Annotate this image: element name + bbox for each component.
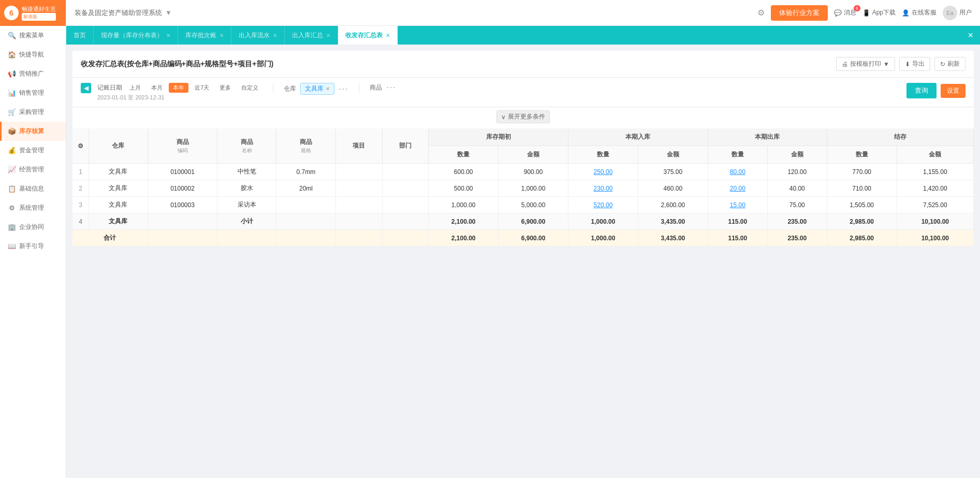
messages-button[interactable]: 💬 消息 6 (834, 8, 856, 17)
total-placeholder-5 (382, 230, 429, 247)
col-dept-header: 部门 (382, 128, 429, 164)
cell-num-2: 2 (72, 180, 89, 197)
tab-home[interactable]: 首页 (66, 26, 94, 45)
online-service-button[interactable]: 👤 在线客服 (902, 8, 937, 17)
sidebar-item-quick-nav[interactable]: 🏠快捷导航 (0, 45, 66, 64)
cell-goods-spec-2: 20ml (276, 180, 336, 197)
sidebar-item-basic-info[interactable]: 📋基础信息 (0, 179, 66, 198)
tab-flow[interactable]: 出入库流水✕ (231, 26, 285, 45)
cell-goods-code-1: 0100001 (148, 164, 217, 180)
inventory-icon: 📦 (8, 127, 16, 136)
tab-stock-dist[interactable]: 现存量（库存分布表）✕ (94, 26, 178, 45)
tab-close-recv-send[interactable]: ✕ (386, 33, 390, 38)
cell-in-qty-3[interactable]: 520.00 (568, 197, 638, 213)
cell-project-4 (335, 213, 382, 230)
sidebar: 6 畅捷通好生意 标准版 🔍搜索菜单🏠快捷导航📢营销推广📊销售管理🛒采购管理📦库… (0, 0, 66, 478)
cell-project-1 (335, 164, 382, 180)
cell-dept-1 (382, 164, 429, 180)
col-opening-qty-header: 数量 (429, 146, 499, 164)
cell-out-qty-2[interactable]: 20.00 (708, 180, 767, 197)
settings-button[interactable]: 设置 (941, 84, 966, 98)
total-in-qty: 1,000.00 (568, 230, 638, 247)
cell-opening-amt-3: 5,000.00 (499, 197, 568, 213)
sidebar-item-marketing[interactable]: 📢营销推广 (0, 64, 66, 83)
download-icon: 📱 (862, 9, 870, 17)
sidebar-item-purchase[interactable]: 🛒采购管理 (0, 103, 66, 122)
sidebar-item-search[interactable]: 🔍搜索菜单 (0, 26, 66, 45)
date-buttons: 上月本月本年近7天更多自定义 (125, 83, 262, 93)
tab-close-summary[interactable]: ✕ (326, 33, 330, 38)
cell-warehouse-3: 文具库 (89, 197, 148, 213)
cell-balance-qty-4: 2,985.00 (827, 213, 897, 230)
tab-summary[interactable]: 出入库汇总✕ (285, 26, 338, 45)
date-btn-自定义[interactable]: 自定义 (237, 83, 262, 93)
cell-opening-qty-4: 2,100.00 (429, 213, 499, 230)
page-title-bar: 收发存汇总表(按仓库+商品编码+商品+规格型号+项目+部门) 🖨 按模板打印 ▼… (72, 51, 974, 78)
col-settings-header[interactable]: ⚙ (72, 128, 89, 164)
cell-out-qty-3[interactable]: 15.00 (708, 197, 767, 213)
query-button[interactable]: 查询 (906, 83, 937, 98)
cell-balance-amt-1: 1,155.00 (897, 164, 973, 180)
expand-filter-button[interactable]: ∨ 展开更多条件 (496, 110, 550, 123)
cell-out-amt-1: 120.00 (767, 164, 827, 180)
goods-more-button[interactable]: ··· (386, 83, 396, 92)
tab-batch-account[interactable]: 库存批次账✕ (178, 26, 231, 45)
main-area: 装备及固定资产辅助管理系统 ▼ ⚙ 体验行业方案 💬 消息 6 📱 App下载 … (66, 0, 980, 478)
service-icon: 👤 (902, 9, 910, 17)
col-goods-code-header: 商品编码 (148, 128, 217, 164)
tab-close-flow[interactable]: ✕ (273, 33, 277, 38)
cell-dept-3 (382, 197, 429, 213)
cell-balance-amt-4: 10,100.00 (897, 213, 973, 230)
gear-icon[interactable]: ⚙ (757, 8, 765, 18)
expand-filter-row: ∨ 展开更多条件 (72, 107, 974, 128)
tab-recv-send[interactable]: 收发存汇总表✕ (338, 26, 398, 45)
system-icon: ⚙ (8, 204, 16, 212)
date-btn-近7天[interactable]: 近7天 (191, 83, 213, 93)
col-opening-amt-header: 金额 (499, 146, 568, 164)
sidebar-item-inventory[interactable]: 📦库存核算 (0, 122, 66, 141)
print-button[interactable]: 🖨 按模板打印 ▼ (836, 57, 895, 71)
date-btn-本月[interactable]: 本月 (147, 83, 167, 93)
sidebar-item-system[interactable]: ⚙系统管理 (0, 198, 66, 218)
marketing-icon: 📢 (8, 70, 16, 78)
total-opening-qty: 2,100.00 (429, 230, 499, 247)
tab-bar-close-button[interactable]: ✕ (961, 26, 980, 45)
tab-close-batch-account[interactable]: ✕ (220, 33, 224, 38)
sidebar-item-enterprise[interactable]: 🏢企业协同 (0, 218, 66, 237)
basic-info-icon: 📋 (8, 185, 16, 193)
sidebar-item-guide[interactable]: 📖新手引导 (0, 237, 66, 256)
sidebar-item-finance[interactable]: 💰资金管理 (0, 141, 66, 160)
cell-opening-amt-2: 1,000.00 (499, 180, 568, 197)
search-icon: 🔍 (8, 32, 16, 40)
date-btn-本年[interactable]: 本年 (169, 83, 188, 93)
export-button[interactable]: ⬇ 导出 (899, 57, 930, 71)
total-out-amt: 235.00 (767, 230, 827, 247)
chevron-down-icon: ▼ (883, 61, 889, 68)
warehouse-tag-close-icon[interactable]: ✕ (326, 86, 330, 92)
filter-collapse-button[interactable]: ◀ (81, 83, 91, 93)
app-download-button[interactable]: 📱 App下载 (862, 8, 896, 17)
cell-in-qty-2[interactable]: 230.00 (568, 180, 638, 197)
sidebar-item-sales[interactable]: 📊销售管理 (0, 83, 66, 103)
date-btn-更多[interactable]: 更多 (215, 83, 235, 93)
cell-goods-name-1: 中性笔 (217, 164, 276, 180)
sidebar-label-guide: 新手引导 (19, 242, 44, 251)
experience-button[interactable]: 体验行业方案 (771, 5, 828, 21)
refresh-button[interactable]: ↻ 刷新 (934, 57, 966, 71)
message-icon: 💬 (834, 9, 842, 17)
cell-goods-code-2: 0100002 (148, 180, 217, 197)
tab-close-stock-dist[interactable]: ✕ (166, 33, 170, 38)
sidebar-item-operation[interactable]: 📈经营管理 (0, 160, 66, 179)
warehouse-tag[interactable]: 文具库 ✕ (300, 83, 334, 95)
cell-opening-qty-3: 1,000.00 (429, 197, 499, 213)
cell-out-qty-1[interactable]: 80.00 (708, 164, 767, 180)
date-btn-上月[interactable]: 上月 (125, 83, 145, 93)
goods-filter-section: 商品 ··· (370, 83, 396, 92)
warehouse-more-button[interactable]: ··· (339, 84, 348, 94)
col-in-amt-header: 金额 (638, 146, 708, 164)
user-menu[interactable]: Ea 用户 (943, 6, 972, 20)
col-goods-name-header: 商品名称 (217, 128, 276, 164)
logo-icon: 6 (4, 6, 19, 20)
cell-in-qty-1[interactable]: 250.00 (568, 164, 638, 180)
total-balance-amt: 10,100.00 (897, 230, 973, 247)
